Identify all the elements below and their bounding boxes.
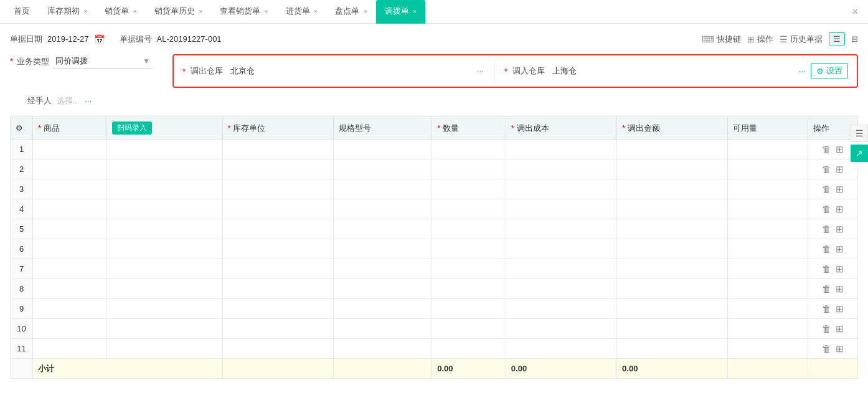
tab-home[interactable]: 首页 — [5, 0, 39, 24]
table-row: 9 🗑 ⊞ — [11, 299, 858, 319]
row-2-unit[interactable] — [222, 159, 333, 179]
business-type-select[interactable]: 同价调拨 ▼ — [53, 54, 153, 69]
row-2-cost[interactable] — [506, 159, 616, 179]
copy-icon[interactable]: ⊞ — [836, 244, 844, 255]
history-icon: ☰ — [780, 34, 788, 44]
scan-button[interactable]: 扫码录入 — [112, 121, 152, 135]
subtotal-qty: 0.00 — [432, 359, 506, 379]
business-type-dropdown-icon[interactable]: ▼ — [143, 57, 150, 65]
copy-icon[interactable]: ⊞ — [836, 283, 844, 295]
doc-date-value: 2019-12-27 — [47, 34, 89, 44]
close-tab-sales-history[interactable]: × — [199, 7, 202, 15]
row-8-actions: 🗑 ⊞ — [808, 279, 858, 299]
warehouse-divider — [494, 62, 494, 80]
row-10-actions: 🗑 ⊞ — [808, 319, 858, 339]
tab-view-sales[interactable]: 查看销货单 × — [211, 0, 276, 24]
copy-icon[interactable]: ⊞ — [836, 164, 844, 175]
in-warehouse-field: * 调入仓库 上海仓 ··· — [504, 65, 806, 77]
tab-purchase[interactable]: 进货单 × — [277, 0, 326, 24]
grid-toggle-button[interactable]: ⊟ — [851, 34, 858, 44]
copy-icon[interactable]: ⊞ — [836, 264, 844, 275]
tab-sales-order[interactable]: 销货单 × — [96, 0, 145, 24]
row-1-product[interactable] — [33, 140, 107, 159]
delete-icon[interactable]: 🗑 — [822, 164, 831, 174]
doc-number-field: 单据编号 AL-20191227-001 — [120, 34, 222, 45]
delete-icon[interactable]: 🗑 — [822, 204, 831, 214]
tab-sales-history[interactable]: 销货单历史 × — [146, 0, 211, 24]
copy-icon[interactable]: ⊞ — [836, 343, 844, 355]
th-unit: * 库存单位 — [222, 117, 333, 140]
close-tab-stocktake[interactable]: × — [363, 7, 367, 15]
delete-icon[interactable]: 🗑 — [822, 264, 831, 274]
settings-button[interactable]: ⚙ 设置 — [811, 63, 848, 79]
handler-select[interactable]: 选择... — [57, 95, 80, 107]
right-float-panel: ☰ ↗ — [851, 125, 868, 162]
row-5-actions: 🗑 ⊞ — [808, 219, 858, 239]
row-1-spec[interactable] — [333, 140, 432, 159]
gear-icon: ⚙ — [816, 67, 824, 76]
table-row: 7 🗑 ⊞ — [11, 259, 858, 279]
row-3-product[interactable] — [33, 179, 107, 199]
close-tab-view-sales[interactable]: × — [264, 7, 268, 15]
row-1-cost[interactable] — [506, 140, 616, 159]
row-num-10: 10 — [11, 319, 33, 339]
shortcuts-button[interactable]: ⌨ 快捷键 — [702, 34, 741, 45]
calendar-icon[interactable]: 📅 — [94, 34, 105, 44]
copy-icon[interactable]: ⊞ — [836, 144, 844, 155]
row-2-spec[interactable] — [333, 159, 432, 179]
th-scan: 扫码录入 — [106, 117, 222, 140]
float-export-icon[interactable]: ↗ — [851, 145, 868, 162]
copy-icon[interactable]: ⊞ — [836, 184, 844, 195]
close-tab-transfer[interactable]: × — [413, 7, 417, 15]
delete-icon[interactable]: 🗑 — [822, 323, 831, 334]
table-row: 10 🗑 ⊞ — [11, 319, 858, 339]
business-type-field: * 业务类型 同价调拨 ▼ — [10, 54, 153, 69]
tab-inventory-init[interactable]: 库存期初 × — [39, 0, 96, 24]
table-row: 6 🗑 ⊞ — [11, 239, 858, 259]
delete-icon[interactable]: 🗑 — [822, 144, 831, 155]
copy-icon[interactable]: ⊞ — [836, 224, 844, 235]
row-num-9: 9 — [11, 299, 33, 319]
row-3-actions: 🗑 ⊞ — [808, 179, 858, 199]
table-row-11: 11 🗑 ⊞ — [11, 339, 858, 359]
row-1-amount[interactable] — [617, 140, 728, 159]
row-2-product[interactable] — [33, 159, 107, 179]
th-settings[interactable]: ⚙ — [11, 117, 33, 140]
row-1-qty[interactable] — [432, 140, 506, 159]
operations-button[interactable]: ⊞ 操作 — [747, 34, 773, 45]
handler-more-icon[interactable]: ··· — [85, 96, 92, 106]
view-toggle-button[interactable]: ☰ — [829, 32, 845, 45]
out-warehouse-more-icon[interactable]: ··· — [476, 66, 484, 76]
table-row: 1 🗑 ⊞ — [11, 140, 858, 159]
th-spec: 规格型号 — [333, 117, 432, 140]
close-tab-inventory-init[interactable]: × — [83, 7, 87, 15]
row-2-actions: 🗑 ⊞ — [808, 159, 858, 179]
warehouse-section: * 调出仓库 北京仓 ··· * 调入仓库 上海仓 ··· ⚙ 设置 — [172, 54, 858, 88]
row-num-3: 3 — [11, 179, 33, 199]
delete-icon[interactable]: 🗑 — [822, 303, 831, 314]
copy-icon[interactable]: ⊞ — [836, 323, 844, 335]
th-available: 可用量 — [728, 117, 808, 140]
copy-icon[interactable]: ⊞ — [836, 204, 844, 215]
delete-icon[interactable]: 🗑 — [822, 283, 831, 294]
row-1-unit[interactable] — [222, 140, 333, 159]
row-9-actions: 🗑 ⊞ — [808, 299, 858, 319]
row-2-qty[interactable] — [432, 159, 506, 179]
delete-icon[interactable]: 🗑 — [822, 184, 831, 194]
history-button[interactable]: ☰ 历史单据 — [780, 34, 823, 45]
delete-icon[interactable]: 🗑 — [822, 343, 831, 354]
row-1-scan — [106, 140, 222, 159]
in-warehouse-more-icon[interactable]: ··· — [798, 66, 806, 76]
close-tab-purchase[interactable]: × — [314, 7, 318, 15]
copy-icon[interactable]: ⊞ — [836, 303, 844, 315]
delete-icon[interactable]: 🗑 — [822, 244, 831, 254]
row-2-amount[interactable] — [617, 159, 728, 179]
close-tab-sales-order[interactable]: × — [133, 7, 136, 15]
delete-icon[interactable]: 🗑 — [822, 224, 831, 234]
tab-stocktake[interactable]: 盘点单 × — [326, 0, 375, 24]
row-11-actions: 🗑 ⊞ — [808, 339, 858, 359]
tab-transfer[interactable]: 调拨单 × — [376, 0, 425, 24]
row-2-available — [728, 159, 808, 179]
window-close-button[interactable]: × — [847, 6, 863, 17]
float-list-icon[interactable]: ☰ — [851, 125, 868, 142]
